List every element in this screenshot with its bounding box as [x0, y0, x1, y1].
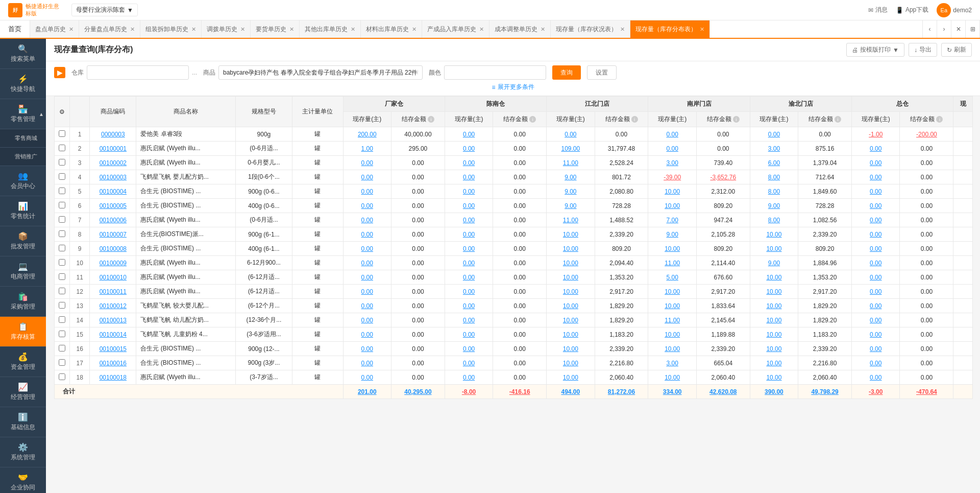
row-checkbox-15[interactable]: [55, 327, 70, 342]
tab-item-9[interactable]: 成本调整单历史 ✕: [489, 20, 551, 38]
row-code-10[interactable]: 00100009: [90, 256, 136, 270]
row-jiangbei-qty-11[interactable]: 10.00: [547, 270, 595, 285]
row-chennan-qty-13[interactable]: 0.00: [445, 299, 493, 313]
sidebar-item-retail[interactable]: 🏪 零售管理 ▲: [0, 99, 46, 129]
row-chennan-qty-11[interactable]: 0.00: [445, 270, 493, 285]
row-checkbox-3[interactable]: [55, 156, 70, 170]
summary-chennan-qty[interactable]: -8.00: [445, 385, 493, 399]
row-chennan-qty-6[interactable]: 0.00: [445, 199, 493, 213]
tab-item-10[interactable]: 现存量（库存状况表） ✕: [551, 20, 630, 38]
row-chennan-qty-2[interactable]: 0.00: [445, 142, 493, 156]
row-nanqi-qty-15[interactable]: 10.00: [648, 327, 696, 342]
row-yuubei-qty-18[interactable]: 10.00: [750, 370, 798, 385]
row-checkbox-2[interactable]: [55, 142, 70, 156]
row-checkbox-14[interactable]: [55, 313, 70, 327]
sidebar-item-search[interactable]: 🔍 搜索英单: [0, 39, 46, 69]
row-yuubei-qty-4[interactable]: 8.00: [750, 170, 798, 184]
row-factory-qty-9[interactable]: 0.00: [343, 242, 391, 256]
row-factory-qty-8[interactable]: 0.00: [343, 227, 391, 242]
summary-factory-qty[interactable]: 201.00: [343, 385, 391, 399]
row-yuubei-qty-9[interactable]: 10.00: [750, 242, 798, 256]
row-jiangbei-qty-10[interactable]: 10.00: [547, 256, 595, 270]
row-total-qty-14[interactable]: 0.00: [852, 313, 900, 327]
row-factory-qty-7[interactable]: 0.00: [343, 213, 391, 227]
row-chennan-qty-7[interactable]: 0.00: [445, 213, 493, 227]
row-jiangbei-qty-8[interactable]: 10.00: [547, 227, 595, 242]
row-chennan-qty-10[interactable]: 0.00: [445, 256, 493, 270]
row-factory-qty-16[interactable]: 0.00: [343, 342, 391, 356]
row-chennan-qty-17[interactable]: 0.00: [445, 356, 493, 370]
row-jiangbei-qty-6[interactable]: 9.00: [547, 199, 595, 213]
row-checkbox-1[interactable]: [55, 127, 70, 142]
settings-button[interactable]: 设置: [587, 65, 617, 80]
row-yuubei-qty-5[interactable]: 8.00: [750, 184, 798, 199]
tab-item-2[interactable]: 分量盘点单历史 ✕: [79, 20, 140, 38]
close-tab-2[interactable]: ✕: [130, 26, 135, 33]
summary-total-qty[interactable]: -3.00: [852, 385, 900, 399]
row-factory-qty-11[interactable]: 0.00: [343, 270, 391, 285]
row-jiangbei-qty-12[interactable]: 10.00: [547, 285, 595, 299]
row-factory-qty-17[interactable]: 0.00: [343, 356, 391, 370]
row-chennan-qty-9[interactable]: 0.00: [445, 242, 493, 256]
row-chennan-qty-3[interactable]: 0.00: [445, 156, 493, 170]
row-yuubei-qty-3[interactable]: 6.00: [750, 156, 798, 170]
row-checkbox-16[interactable]: [55, 342, 70, 356]
tab-item-3[interactable]: 组装拆卸单历史 ✕: [140, 20, 202, 38]
row-checkbox-13[interactable]: [55, 299, 70, 313]
row-jiangbei-qty-3[interactable]: 11.00: [547, 156, 595, 170]
row-nanqi-qty-14[interactable]: 11.00: [648, 313, 696, 327]
yuubei-amt-info[interactable]: i: [835, 116, 841, 123]
summary-chennan-amt[interactable]: -416.16: [493, 385, 547, 399]
tab-item-8[interactable]: 产成品入库单历史 ✕: [422, 20, 489, 38]
summary-yuubei-amt[interactable]: 49,798.29: [798, 385, 852, 399]
sidebar-item-quicknav[interactable]: ⚡ 快捷导航: [0, 69, 46, 99]
sidebar-item-mall[interactable]: 零售商城: [0, 129, 46, 148]
row-code-16[interactable]: 00100015: [90, 342, 136, 356]
row-code-3[interactable]: 00100002: [90, 156, 136, 170]
row-yuubei-qty-16[interactable]: 10.00: [750, 342, 798, 356]
row-checkbox-9[interactable]: [55, 242, 70, 256]
tab-home[interactable]: 首页: [0, 20, 30, 38]
tab-item-1[interactable]: 盘点单历史 ✕: [30, 20, 79, 38]
app-download-btn[interactable]: 📱 App下载: [896, 6, 928, 14]
industry-selector[interactable]: 母婴行业演示陈套 ▼: [71, 4, 138, 16]
tab-item-4[interactable]: 调拨单历史 ✕: [202, 20, 251, 38]
row-total-qty-8[interactable]: 0.00: [852, 227, 900, 242]
row-factory-qty-6[interactable]: 0.00: [343, 199, 391, 213]
row-factory-qty-10[interactable]: 0.00: [343, 256, 391, 270]
row-total-qty-13[interactable]: 0.00: [852, 299, 900, 313]
row-jiangbei-qty-13[interactable]: 10.00: [547, 299, 595, 313]
row-checkbox-10[interactable]: [55, 256, 70, 270]
summary-nanqi-amt[interactable]: 42,620.08: [696, 385, 750, 399]
row-jiangbei-qty-17[interactable]: 10.00: [547, 356, 595, 370]
row-chennan-qty-8[interactable]: 0.00: [445, 227, 493, 242]
sidebar-item-basic[interactable]: ℹ️ 基础信息: [0, 407, 46, 437]
summary-jiangbei-amt[interactable]: 81,272.06: [595, 385, 648, 399]
tab-close-btn[interactable]: ✕: [951, 20, 966, 38]
row-chennan-qty-1[interactable]: 0.00: [445, 127, 493, 142]
row-nanqi-qty-7[interactable]: 7.00: [648, 213, 696, 227]
row-chennan-qty-5[interactable]: 0.00: [445, 184, 493, 199]
sidebar-item-retail-stats[interactable]: 📊 零售统计: [0, 196, 46, 226]
column-settings-icon[interactable]: ⚙: [59, 108, 65, 115]
row-yuubei-qty-1[interactable]: 0.00: [750, 127, 798, 142]
jiangbei-amt-info[interactable]: i: [631, 116, 638, 123]
row-checkbox-11[interactable]: [55, 270, 70, 285]
row-jiangbei-qty-18[interactable]: 10.00: [547, 370, 595, 385]
row-total-qty-2[interactable]: 0.00: [852, 142, 900, 156]
row-code-5[interactable]: 00100004: [90, 184, 136, 199]
row-yuubei-qty-15[interactable]: 10.00: [750, 327, 798, 342]
row-code-13[interactable]: 00100012: [90, 299, 136, 313]
row-yuubei-qty-10[interactable]: 9.00: [750, 256, 798, 270]
row-jiangbei-qty-1[interactable]: 0.00: [547, 127, 595, 142]
tab-next-btn[interactable]: ›: [937, 20, 951, 38]
row-chennan-qty-14[interactable]: 0.00: [445, 313, 493, 327]
sidebar-item-wholesale[interactable]: 📦 批发管理: [0, 226, 46, 256]
row-factory-qty-15[interactable]: 0.00: [343, 327, 391, 342]
row-total-qty-6[interactable]: 0.00: [852, 199, 900, 213]
row-nanqi-qty-5[interactable]: 10.00: [648, 184, 696, 199]
row-nanqi-qty-10[interactable]: 11.00: [648, 256, 696, 270]
row-code-11[interactable]: 00100010: [90, 270, 136, 285]
sidebar-item-member[interactable]: 👥 会员中心: [0, 166, 46, 196]
row-nanqi-qty-13[interactable]: 10.00: [648, 299, 696, 313]
